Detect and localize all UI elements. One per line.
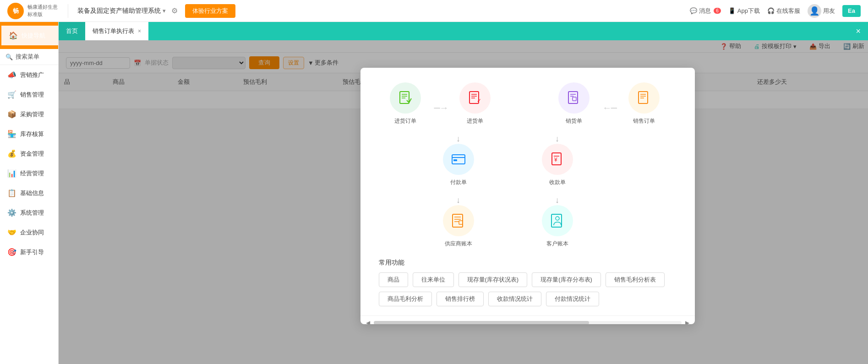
purchase-bill-icon: ✓ xyxy=(459,82,491,114)
payment-label: 付款单 xyxy=(450,179,467,186)
logo-area: 畅 畅康通好生意 标准版 xyxy=(7,3,62,19)
sidebar-nav: 📣营销推广🛒销售管理📦采购管理🏪库存核算💰资金管理📊经营管理📋基础信息⚙️系统管… xyxy=(0,65,58,262)
logo-text: 畅康通好生意 标准版 xyxy=(27,4,58,18)
quick-nav-label: 快捷导航 xyxy=(22,32,45,40)
svg-point-29 xyxy=(556,217,559,220)
sidebar-icon-basic: 📋 xyxy=(7,189,16,197)
phone-icon: 📱 xyxy=(728,7,736,14)
tab-close-icon[interactable]: × xyxy=(138,28,141,34)
tab-home[interactable]: 首页 xyxy=(59,22,85,40)
purchase-bill-label: 进货单 xyxy=(467,117,483,125)
func-btn-8[interactable]: 付款情况统计 xyxy=(546,292,599,306)
flow-diagram: 进货订单 - - - → ✓ xyxy=(379,82,677,248)
payment-col: ↓ 付款单 xyxy=(432,134,485,186)
sidebar-icon-newbie: 🎯 xyxy=(7,248,16,256)
scroll-left-icon[interactable]: ◀ xyxy=(366,320,370,324)
settings-icon[interactable]: ⚙ xyxy=(171,6,178,15)
app-logo: 畅 xyxy=(7,3,24,19)
divider xyxy=(68,4,68,18)
sidebar-item-finance[interactable]: 💰资金管理 xyxy=(0,144,58,163)
flow-node-purchase-bill: ✓ 进货单 xyxy=(459,82,491,125)
sidebar-label-marketing: 营销推广 xyxy=(20,71,44,79)
func-btn-3[interactable]: 现存量(库存分布表) xyxy=(532,272,601,287)
sidebar-label-newbie: 新手引导 xyxy=(20,248,44,256)
message-label: 消息 xyxy=(699,7,711,15)
tab-sales-order[interactable]: 销售订单执行表 × xyxy=(85,22,148,40)
sidebar-label-sales: 销售管理 xyxy=(20,91,44,99)
svg-text:✓: ✓ xyxy=(477,98,481,104)
sidebar-item-sales[interactable]: 🛒销售管理 xyxy=(0,85,58,104)
sidebar-label-operations: 经营管理 xyxy=(20,169,44,178)
func-btn-2[interactable]: 现存量(库存状况表) xyxy=(459,272,528,287)
app-download-label: App下载 xyxy=(737,7,760,15)
receipt-col: ↓ ¥ 收款单 xyxy=(531,134,584,186)
customer-account-label: 客户账本 xyxy=(546,240,568,248)
trial-button[interactable]: 体验行业方案 xyxy=(185,4,235,18)
app-download-item[interactable]: 📱 App下载 xyxy=(728,7,760,15)
window-close-btn[interactable]: × xyxy=(848,27,868,36)
sidebar-icon-operations: 📊 xyxy=(7,169,16,178)
sidebar-item-marketing[interactable]: 📣营销推广 xyxy=(0,65,58,85)
svg-rect-13 xyxy=(639,92,648,103)
sidebar-item-newbie[interactable]: 🎯新手引导 xyxy=(0,242,58,262)
func-btn-4[interactable]: 销售毛利分析表 xyxy=(606,272,665,287)
sidebar-item-operations[interactable]: 📊经营管理 xyxy=(0,163,58,183)
title-dropdown-icon[interactable]: ▾ xyxy=(163,7,166,14)
tab-home-label: 首页 xyxy=(66,27,78,35)
scrollbar-track xyxy=(374,321,682,324)
sidebar-item-quick-nav[interactable]: 🏠 快捷导航 xyxy=(0,26,58,45)
func-btn-7[interactable]: 收款情况统计 xyxy=(488,292,541,306)
search-menu[interactable]: 🔍 搜索菜单 xyxy=(0,49,58,65)
sidebar-label-enterprise: 企业协同 xyxy=(20,228,44,237)
flow-node-sales-order: 销售订单 xyxy=(628,82,660,125)
sidebar-label-system: 系统管理 xyxy=(20,209,44,217)
svg-rect-27 xyxy=(459,221,463,224)
username-label: 用友 xyxy=(823,7,835,15)
sidebar-icon-sales: 🛒 xyxy=(7,90,16,99)
sales-bill-label: 销货单 xyxy=(566,117,582,125)
system-title: 装备及固定资产辅助管理系统 xyxy=(77,7,161,15)
func-btn-5[interactable]: 商品毛利分析 xyxy=(379,292,432,306)
svg-rect-19 xyxy=(453,159,457,161)
common-functions-title: 常用功能 xyxy=(379,259,677,267)
sales-bill-icon xyxy=(558,82,590,114)
scrollbar-thumb[interactable] xyxy=(374,321,589,324)
func-btn-1[interactable]: 往来单位 xyxy=(413,272,454,287)
modal-overlay: 进货订单 - - - → ✓ xyxy=(59,40,868,364)
customer-account-col: ↓ 客户账本 xyxy=(531,196,584,248)
customer-account-icon xyxy=(542,205,573,236)
message-item[interactable]: 💬 消息 6 xyxy=(690,7,721,15)
svg-rect-28 xyxy=(551,214,562,227)
purchase-order-label: 进货订单 xyxy=(394,117,416,125)
scroll-right-icon[interactable]: ▶ xyxy=(685,320,689,324)
sidebar-icon-enterprise: 🤝 xyxy=(7,228,16,237)
sidebar-label-basic: 基础信息 xyxy=(20,189,44,197)
arrow-h1: - - - → xyxy=(434,94,447,113)
sales-order-icon xyxy=(628,82,660,114)
svg-rect-12 xyxy=(573,97,576,101)
message-icon: 💬 xyxy=(690,7,697,14)
search-label: 搜索菜单 xyxy=(16,53,39,61)
message-badge: 6 xyxy=(714,8,721,14)
ea-badge: Ea xyxy=(842,5,861,17)
payment-icon xyxy=(443,144,474,175)
sidebar-icon-system: ⚙️ xyxy=(7,208,16,217)
sidebar-label-inventory: 库存核算 xyxy=(20,130,44,138)
sidebar-item-system[interactable]: ⚙️系统管理 xyxy=(0,203,58,223)
sidebar-label-purchase: 采购管理 xyxy=(20,110,44,119)
common-functions: 常用功能 商品往来单位现存量(库存状况表)现存量(库存分布表)销售毛利分析表商品… xyxy=(379,259,677,306)
function-buttons: 商品往来单位现存量(库存状况表)现存量(库存分布表)销售毛利分析表商品毛利分析销… xyxy=(379,272,677,306)
sidebar-item-purchase[interactable]: 📦采购管理 xyxy=(0,104,58,124)
modal-scrollbar: ◀ ▶ xyxy=(360,315,695,324)
online-service-item[interactable]: 🎧 在线客服 xyxy=(767,7,800,15)
sidebar-item-inventory[interactable]: 🏪库存核算 xyxy=(0,124,58,144)
supplier-account-col: ↓ 供应商账本 xyxy=(432,196,485,248)
func-btn-6[interactable]: 销售排行榜 xyxy=(437,292,484,306)
purchase-order-icon xyxy=(390,82,421,114)
sidebar-item-basic[interactable]: 📋基础信息 xyxy=(0,183,58,203)
func-btn-0[interactable]: 商品 xyxy=(379,272,408,287)
sidebar-icon-inventory: 🏪 xyxy=(7,130,16,138)
search-icon: 🔍 xyxy=(5,54,13,60)
user-item[interactable]: 👤 用友 xyxy=(808,4,835,18)
sidebar-item-enterprise[interactable]: 🤝企业协同 xyxy=(0,223,58,242)
